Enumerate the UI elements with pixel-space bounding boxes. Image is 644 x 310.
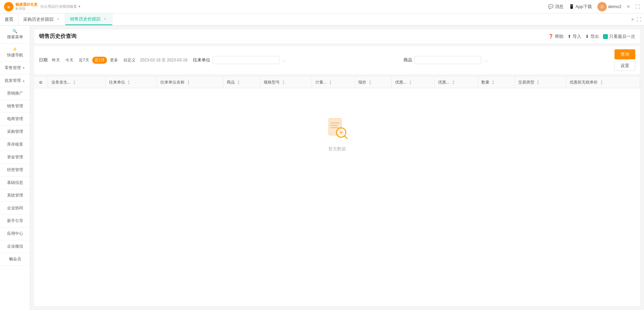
- svg-text:畅: 畅: [7, 5, 10, 8]
- sidebar-item-operations[interactable]: 经营管理: [0, 164, 30, 176]
- col-trade-type[interactable]: 交易类型 ▲▼: [515, 77, 566, 88]
- sort-arrows-discount2: ▲▼: [452, 80, 455, 85]
- import-button[interactable]: ⬆ 导入: [568, 34, 581, 40]
- sidebar-item-app-center[interactable]: 应用中心: [0, 227, 30, 240]
- export-label: 导出: [590, 34, 599, 40]
- logo-text: 畅捷通好生意: [15, 2, 38, 7]
- date-btn-today[interactable]: 今天: [63, 57, 76, 64]
- product-ellipsis-btn[interactable]: ...: [483, 57, 489, 63]
- sidebar-item-inventory[interactable]: 库存核算: [0, 138, 30, 151]
- basic-info-label: 基础信息: [7, 180, 23, 186]
- window-maximize-btn[interactable]: ⛶: [635, 4, 640, 9]
- sidebar-item-purchase-mgmt[interactable]: 采购管理: [0, 125, 30, 138]
- import-label: 导入: [573, 34, 581, 40]
- col-partner-name-label: 往来单位名称: [160, 80, 184, 85]
- date-range-display: 2023-02-18 至 2023-03-18: [140, 57, 187, 63]
- retail-mgmt-arrow: ▼: [22, 66, 25, 70]
- tab-purchase-history[interactable]: 采购历史价跟踪 ×: [18, 13, 65, 25]
- tab-fullscreen-icon[interactable]: ⛶: [637, 17, 641, 22]
- sidebar-item-retail-mgmt[interactable]: 零售管理 ▼: [0, 62, 30, 74]
- sidebar-item-quick-nav[interactable]: ⚡ 快捷导航: [0, 44, 30, 62]
- date-label: 日期: [39, 57, 48, 63]
- ecommerce-label: 电商管理: [7, 116, 23, 122]
- settings-gear-icon: ⚙: [39, 80, 43, 85]
- tab-sales-history[interactable]: 销售历史价跟踪 ×: [65, 13, 112, 25]
- import-icon: ⬆: [568, 34, 571, 39]
- top-bar-left: 畅 畅捷通好生意 标准版 办公用品行业模拟账套 ▾: [4, 2, 80, 11]
- only-last-checkbox-group[interactable]: ✓ 只看最后一次: [603, 34, 635, 40]
- tab-bar: 首页 采购历史价跟踪 × 销售历史价跟踪 × × ⛶: [0, 13, 644, 25]
- col-biz-date[interactable]: 业务发生... ▲▼: [48, 77, 105, 88]
- sidebar-item-finance[interactable]: 资金管理: [0, 151, 30, 164]
- tab-home[interactable]: 首页: [0, 13, 18, 25]
- sidebar-item-wechat[interactable]: 企业微信: [0, 240, 30, 253]
- query-button[interactable]: 查询: [614, 49, 635, 59]
- app-selector[interactable]: 办公用品行业模拟账套 ▾: [40, 4, 80, 9]
- purchase-mgmt-label: 采购管理: [7, 129, 23, 135]
- sidebar-item-sales-mgmt[interactable]: 销售管理: [0, 100, 30, 113]
- col-discount1[interactable]: 优惠... ▲▼: [392, 77, 435, 88]
- col-unit[interactable]: 计量... ▲▼: [312, 77, 355, 88]
- date-btn-custom[interactable]: 自定义: [121, 57, 138, 64]
- col-pretax-price[interactable]: 优惠前无税单价 ▲▼: [566, 77, 640, 88]
- col-partner-code[interactable]: 往来单位 ▲▼: [105, 77, 157, 88]
- sort-arrows-biz-date: ▲▼: [73, 80, 76, 85]
- sort-arrows-spec: ▲▼: [282, 80, 285, 85]
- sidebar-item-basic-info[interactable]: 基础信息: [0, 176, 30, 189]
- logo-area: 畅 畅捷通好生意 标准版: [4, 2, 38, 11]
- window-close-btn[interactable]: ×: [627, 4, 630, 10]
- date-btn-more[interactable]: 更多: [108, 57, 120, 64]
- app-download-action[interactable]: 📱 App下载: [569, 4, 592, 10]
- date-btn-last1m[interactable]: 近1月: [92, 57, 107, 64]
- svg-rect-5: [330, 127, 339, 128]
- search-menu-label: 搜索菜单: [7, 34, 23, 40]
- dropdown-icon: ▾: [78, 4, 80, 9]
- col-spec[interactable]: 规格型号 ▲▼: [260, 77, 312, 88]
- sidebar-item-member[interactable]: 畅会员: [0, 253, 30, 266]
- sidebar-item-search-menu[interactable]: 🔍 搜索菜单: [0, 25, 30, 44]
- search-menu-icon: 🔍: [12, 29, 17, 34]
- retail-mgmt-label: 零售管理: [5, 65, 21, 71]
- sidebar: 🔍 搜索菜单 ⚡ 快捷导航 零售管理 ▼ 批发管理 ▲ 营销推广 销售管理 电商…: [0, 25, 30, 310]
- partner-input[interactable]: [212, 56, 279, 64]
- export-button[interactable]: ⬇ 导出: [585, 34, 599, 40]
- sidebar-item-ecommerce[interactable]: 电商管理: [0, 113, 30, 125]
- query-btn-group: 查询 设置: [614, 49, 635, 71]
- col-biz-date-label: 业务发生...: [51, 80, 71, 85]
- username: demo2: [608, 4, 622, 9]
- date-btn-yesterday[interactable]: 昨天: [50, 57, 62, 64]
- col-discount2[interactable]: 优惠... ▲▼: [435, 77, 478, 88]
- sort-arrows-partner-name: ▲▼: [187, 80, 190, 85]
- message-action[interactable]: 💬 消息: [548, 4, 564, 10]
- col-partner-name[interactable]: 往来单位名称 ▲▼: [157, 77, 223, 88]
- sort-arrows-discount1: ▲▼: [409, 80, 412, 85]
- col-product-label: 商品: [227, 80, 235, 85]
- tab-purchase-history-close[interactable]: ×: [56, 17, 60, 22]
- page-title: 销售历史价查询: [39, 33, 76, 40]
- col-qty[interactable]: 数量 ▲▼: [478, 77, 515, 88]
- sidebar-item-enterprise[interactable]: 企业协同: [0, 202, 30, 215]
- settings-button[interactable]: 设置: [614, 61, 635, 71]
- app-download-icon: 📱: [569, 4, 574, 9]
- partner-filter-group: 往来单位 ...: [193, 56, 398, 64]
- col-settings[interactable]: ⚙: [34, 77, 48, 88]
- col-qty-label: 数量: [481, 80, 489, 85]
- sidebar-item-marketing[interactable]: 营销推广: [0, 87, 30, 100]
- date-btn-last7[interactable]: 近7天: [76, 57, 92, 64]
- sidebar-item-system[interactable]: 系统管理: [0, 189, 30, 202]
- only-last-checkbox[interactable]: ✓: [603, 34, 608, 39]
- user-profile[interactable]: D demo2: [597, 2, 622, 11]
- sort-arrows-partner-code: ▲▼: [127, 80, 130, 85]
- col-product[interactable]: 商品 ▲▼: [223, 77, 260, 88]
- wholesale-mgmt-label: 批发管理: [5, 78, 21, 84]
- sidebar-item-guide[interactable]: 新手引导: [0, 215, 30, 227]
- partner-ellipsis-btn[interactable]: ...: [281, 57, 287, 63]
- top-bar: 畅 畅捷通好生意 标准版 办公用品行业模拟账套 ▾ 💬 消息 📱 App下载 D…: [0, 0, 644, 13]
- col-quote[interactable]: 报价 ▲▼: [355, 77, 392, 88]
- product-input[interactable]: [414, 56, 481, 64]
- message-label: 消息: [555, 4, 564, 10]
- sidebar-item-wholesale-mgmt[interactable]: 批发管理 ▲: [0, 74, 30, 87]
- help-button[interactable]: ❓ 帮助: [548, 34, 564, 40]
- tab-sales-history-close[interactable]: ×: [103, 17, 107, 21]
- tab-close-all-icon[interactable]: ×: [631, 17, 634, 22]
